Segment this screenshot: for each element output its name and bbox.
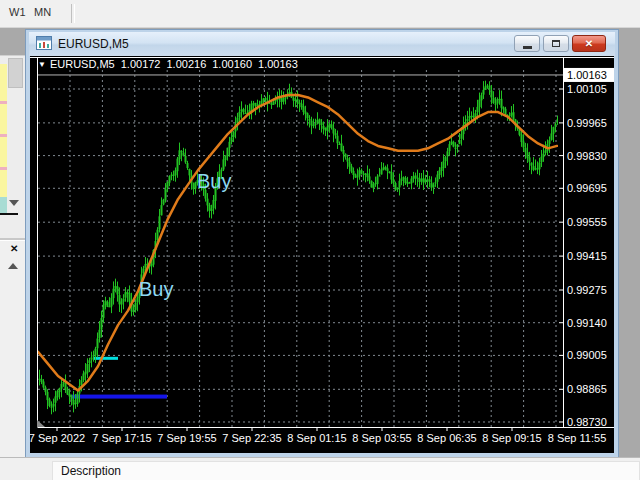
chart-canvas[interactable]: 1.001050.999650.998300.996950.995550.994… — [30, 56, 614, 453]
svg-text:7 Sep 19:55: 7 Sep 19:55 — [157, 432, 216, 444]
svg-text:0.99555: 0.99555 — [567, 216, 607, 228]
chart-client-area: 1.001050.999650.998300.996950.995550.994… — [30, 56, 614, 453]
info-close: 1.00163 — [258, 58, 298, 70]
window-controls: ✕ — [514, 35, 606, 52]
chart-window: EURUSD,M5 ✕ 1.001050.999650.998300.99695… — [26, 30, 618, 457]
svg-text:0.98730: 0.98730 — [567, 416, 607, 428]
info-low: 1.00160 — [212, 58, 252, 70]
svg-text:7 Sep 17:15: 7 Sep 17:15 — [92, 432, 151, 444]
svg-text:1.00105: 1.00105 — [567, 83, 607, 95]
svg-text:0.98865: 0.98865 — [567, 383, 607, 395]
ma-line — [38, 95, 557, 390]
left-dock-lower-panel: ✕ — [0, 241, 26, 457]
ohlc-info-bar: ▼EURUSD,M51.001721.002161.001601.00163 — [38, 58, 304, 71]
svg-text:8 Sep 11:55: 8 Sep 11:55 — [548, 432, 607, 444]
scroll-down-icon[interactable] — [9, 200, 19, 206]
scroll-up-icon[interactable] — [8, 263, 18, 269]
docked-list-fragment-teal — [0, 197, 7, 213]
svg-text:0.99415: 0.99415 — [567, 250, 607, 262]
time-axis: 7 Sep 20227 Sep 17:157 Sep 19:557 Sep 22… — [30, 428, 606, 444]
price-axis: 1.001050.999650.998300.996950.995550.994… — [559, 68, 614, 428]
svg-text:0.99830: 0.99830 — [567, 150, 607, 162]
restore-icon — [552, 40, 560, 47]
svg-text:0.99695: 0.99695 — [567, 182, 607, 194]
buy-annotation: Buy — [139, 278, 173, 300]
left-dock-upper-panel — [0, 55, 26, 239]
scrollbar-thumb[interactable] — [8, 58, 23, 88]
periods-toolbar: W1 MN — [0, 0, 640, 28]
svg-text:1.00163: 1.00163 — [567, 69, 607, 81]
svg-text:0.99005: 0.99005 — [567, 349, 607, 361]
panel-underline — [0, 213, 18, 215]
svg-text:0.99140: 0.99140 — [567, 317, 607, 329]
plot-frame — [30, 58, 614, 428]
close-button[interactable]: ✕ — [572, 35, 606, 52]
info-open: 1.00172 — [121, 58, 161, 70]
svg-text:8 Sep 03:55: 8 Sep 03:55 — [352, 432, 411, 444]
chart-window-icon — [36, 36, 52, 50]
svg-text:0.99275: 0.99275 — [567, 284, 607, 296]
toolbar-separator — [71, 4, 75, 23]
candles — [39, 81, 559, 415]
svg-text:7 Sep 22:35: 7 Sep 22:35 — [222, 432, 281, 444]
restore-button[interactable] — [543, 35, 569, 52]
info-high: 1.00216 — [166, 58, 206, 70]
chart-corner-grip — [37, 420, 45, 427]
svg-text:8 Sep 09:15: 8 Sep 09:15 — [482, 432, 541, 444]
info-symbol: EURUSD,M5 — [50, 58, 115, 70]
docked-list-fragment — [0, 64, 7, 197]
window-titlebar[interactable]: EURUSD,M5 ✕ — [29, 32, 615, 56]
terminal-bottom-bar: Description — [0, 457, 640, 480]
tab-description[interactable]: Description — [61, 464, 121, 478]
svg-text:8 Sep 01:15: 8 Sep 01:15 — [287, 432, 346, 444]
docked-list-row-mark — [0, 134, 7, 137]
docked-list-row-mark — [0, 101, 7, 104]
buy-annotation: Buy — [197, 170, 231, 192]
terminal-panel: Description — [52, 461, 640, 480]
window-title: EURUSD,M5 — [58, 37, 129, 51]
minimize-icon — [523, 46, 532, 49]
svg-text:0.99965: 0.99965 — [567, 117, 607, 129]
grid — [38, 70, 558, 427]
chart-objects — [72, 357, 167, 399]
minimize-button[interactable] — [514, 35, 540, 52]
svg-text:7 Sep 2022: 7 Sep 2022 — [30, 432, 85, 444]
panel-close-button[interactable]: ✕ — [10, 243, 18, 254]
svg-text:8 Sep 06:35: 8 Sep 06:35 — [417, 432, 476, 444]
docked-list-row-mark — [0, 167, 7, 170]
symbol-menu-icon[interactable]: ▼ — [38, 60, 46, 69]
period-button-mn[interactable]: MN — [34, 6, 51, 18]
period-button-w1[interactable]: W1 — [9, 6, 26, 18]
